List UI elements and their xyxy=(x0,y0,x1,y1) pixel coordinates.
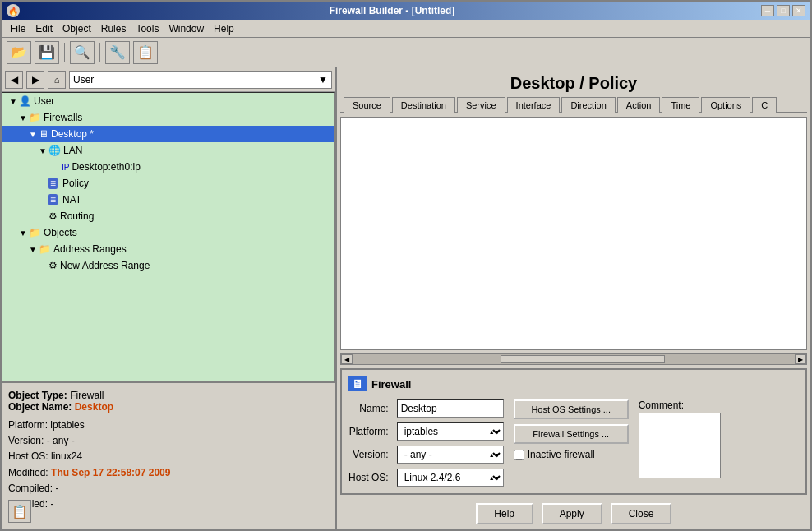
toggle-icon: ▼ xyxy=(19,229,29,238)
menu-window[interactable]: Window xyxy=(164,21,209,36)
version-row: Version: - any - xyxy=(8,433,329,449)
tree-item-policy[interactable]: ≡ Policy xyxy=(2,175,334,192)
h-scrollbar: ◀ ▶ xyxy=(340,353,807,365)
nav-back-button[interactable]: ◀ xyxy=(5,71,23,89)
tree-item-user[interactable]: ▼ 👤 User xyxy=(2,93,334,109)
tree-item-lan[interactable]: ▼ 🌐 LAN xyxy=(2,142,334,159)
tree-dropdown[interactable]: User ▼ xyxy=(69,71,332,89)
fw-comment-section: Comment: xyxy=(639,399,721,487)
menu-file[interactable]: File xyxy=(5,21,30,36)
copy-button[interactable]: 📋 xyxy=(133,41,158,64)
tree-item-address-ranges[interactable]: ▼ 📁 Address Ranges xyxy=(2,241,334,257)
tab-action[interactable]: Action xyxy=(617,97,661,113)
fw-platform-select[interactable]: iptables pf ipfw cisco xyxy=(397,422,504,441)
object-type-value: Firewall xyxy=(70,390,104,401)
firewall-icon: 🖥 xyxy=(348,376,367,391)
tab-interface[interactable]: Interface xyxy=(507,97,561,113)
tab-destination[interactable]: Destination xyxy=(392,97,455,113)
tree-item-nat[interactable]: ≡ NAT xyxy=(2,192,334,208)
tree-item-objects[interactable]: ▼ 📁 Objects xyxy=(2,224,334,241)
fw-buttons: Host OS Settings ... Firewall Settings .… xyxy=(514,399,629,487)
hostos-label: Host OS: xyxy=(8,450,48,462)
toggle-icon xyxy=(39,196,48,205)
toggle-icon xyxy=(39,179,48,188)
list-view-button[interactable]: 📋 xyxy=(8,500,31,523)
h-scroll-right-button[interactable]: ▶ xyxy=(795,354,806,364)
tree-item-new-address[interactable]: ⚙ New Address Range xyxy=(2,257,334,274)
modified-value: Thu Sep 17 22:58:07 2009 xyxy=(51,467,170,478)
tree-item-desktop[interactable]: ▼ 🖥 Desktop * xyxy=(2,126,334,142)
apply-button[interactable]: Apply xyxy=(542,503,602,524)
fw-name-label: Name: xyxy=(348,403,389,414)
main-window: 🔥 Firewall Builder - [Untitled] ─ □ ✕ Fi… xyxy=(0,0,812,531)
routing-icon: ⚙ xyxy=(48,210,58,222)
firewall-panel: 🖥 Firewall Name: Platform: iptables xyxy=(340,368,807,495)
platform-row: Platform: iptables xyxy=(8,418,329,433)
right-panel: Desktop / Policy Source Destination Serv… xyxy=(337,67,810,529)
tab-service[interactable]: Service xyxy=(457,97,505,113)
platform-label: Platform: xyxy=(8,419,48,431)
fw-hostos-label: Host OS: xyxy=(348,472,389,483)
inactive-firewall-checkbox[interactable] xyxy=(514,450,524,460)
tab-direction[interactable]: Direction xyxy=(561,97,615,113)
tree-label-nat: NAT xyxy=(62,194,81,205)
tab-source[interactable]: Source xyxy=(344,97,390,113)
main-content: ◀ ▶ ⌂ User ▼ ▼ 👤 User xyxy=(2,67,810,529)
tree-item-desktop-ip[interactable]: IP Desktop:eth0:ip xyxy=(2,159,334,175)
fw-name-input[interactable] xyxy=(397,399,504,418)
toggle-icon xyxy=(52,163,62,172)
menu-tools[interactable]: Tools xyxy=(131,21,164,36)
compiled-row: Compiled: - xyxy=(8,481,329,496)
menu-help[interactable]: Help xyxy=(209,21,239,36)
policy-icon: ≡ xyxy=(48,178,58,189)
tree-label-desktop: Desktop * xyxy=(51,128,94,140)
h-scroll-left-button[interactable]: ◀ xyxy=(341,354,353,364)
tab-time[interactable]: Time xyxy=(662,97,699,113)
info-details: Platform: iptables Version: - any - Host… xyxy=(8,418,329,512)
tree-label-desktop-ip: Desktop:eth0:ip xyxy=(72,161,140,173)
nav-fwd-button[interactable]: ▶ xyxy=(26,71,44,89)
fw-settings-button[interactable]: Firewall Settings ... xyxy=(514,424,629,444)
close-button[interactable]: ✕ xyxy=(792,5,805,16)
tree-item-firewalls[interactable]: ▼ 📁 Firewalls xyxy=(2,109,334,126)
info-panel: Object Type: Firewall Object Name: Deskt… xyxy=(2,381,335,529)
maximize-button[interactable]: □ xyxy=(777,5,790,16)
open-button[interactable]: 📂 xyxy=(7,41,31,64)
menu-object[interactable]: Object xyxy=(58,21,96,36)
tree-view[interactable]: ▼ 👤 User ▼ 📁 Firewalls ▼ xyxy=(2,92,335,381)
fw-version-select[interactable]: - any - 1.2 1.3 1.4 xyxy=(397,446,504,464)
tree-label-user: User xyxy=(34,95,54,107)
fw-comment-label: Comment: xyxy=(639,399,721,411)
toggle-icon xyxy=(39,261,48,270)
bottom-buttons: Help Apply Close xyxy=(337,498,810,529)
settings-button[interactable]: 🔧 xyxy=(105,41,130,64)
toolbar-separator xyxy=(64,43,65,62)
policy-table-area[interactable] xyxy=(340,117,807,350)
fw-comment-box[interactable] xyxy=(639,413,721,478)
tab-options[interactable]: Options xyxy=(701,97,750,113)
compiled-label: Compiled: xyxy=(8,483,53,494)
fw-hostos-select[interactable]: Linux 2.4/2.6 Linux 3.x Linux 4.x xyxy=(397,469,504,487)
tree-toolbar: ◀ ▶ ⌂ User ▼ xyxy=(2,67,335,92)
find-button[interactable]: 🔍 xyxy=(70,41,95,64)
menu-rules[interactable]: Rules xyxy=(96,21,131,36)
h-scroll-track[interactable] xyxy=(353,354,795,364)
hostos-settings-button[interactable]: Host OS Settings ... xyxy=(514,399,629,419)
tab-c[interactable]: C xyxy=(752,97,777,113)
nav-home-button[interactable]: ⌂ xyxy=(48,71,66,89)
object-name-value: Desktop xyxy=(75,401,113,413)
minimize-button[interactable]: ─ xyxy=(761,5,774,16)
toggle-icon: ▼ xyxy=(29,130,39,139)
close-button-main[interactable]: Close xyxy=(611,503,672,524)
firewall-panel-label: Firewall xyxy=(371,378,411,390)
tree-item-routing[interactable]: ⚙ Routing xyxy=(2,208,334,224)
installed-value: - xyxy=(50,498,53,510)
save-button[interactable]: 💾 xyxy=(35,41,59,64)
help-button[interactable]: Help xyxy=(476,503,533,524)
menu-edit[interactable]: Edit xyxy=(30,21,58,36)
toggle-icon: ▼ xyxy=(19,113,29,122)
object-type-label: Object Type: xyxy=(8,390,67,401)
menu-bar: File Edit Object Rules Tools Window Help xyxy=(2,20,810,38)
version-label: Version: xyxy=(8,435,44,446)
object-name-row: Object Name: Desktop xyxy=(8,401,329,413)
